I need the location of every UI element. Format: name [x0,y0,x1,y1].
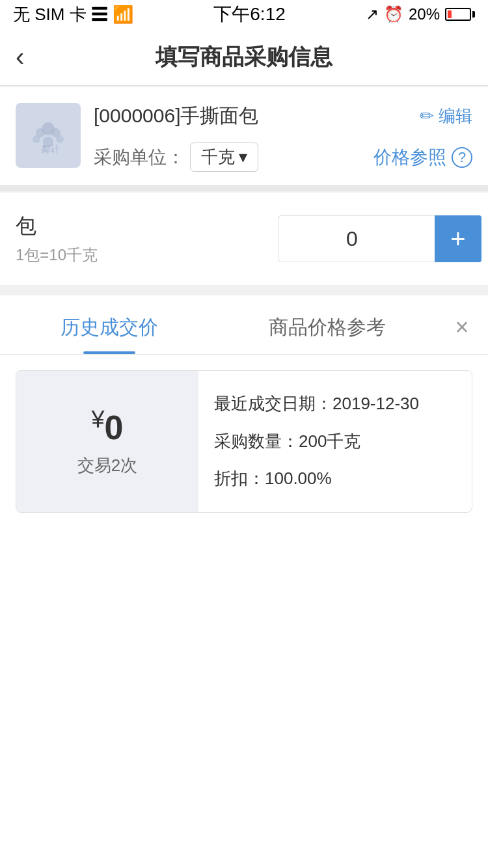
tab-history-price[interactable]: 历史成交价 [0,296,218,354]
bottom-area [0,528,488,868]
history-price-value: ¥0 [92,406,124,447]
qty-conversion-label: 1包=10千克 [16,245,98,265]
product-image: 鄰计 [16,103,81,168]
status-right-icons: ↗ ⏰ 20% [366,5,475,23]
purchase-qty-row: 采购数量：200千克 [214,428,456,455]
tabs-close-button[interactable]: × [436,295,488,354]
quantity-section: 包 1包=10千克 + [0,193,488,285]
product-info: [0000006]手撕面包 ✏ 编辑 采购单位： 千克 ▾ 价格参照 ? [94,103,472,172]
qty-label-area: 包 1包=10千克 [0,193,113,285]
price-ref-button[interactable]: 价格参照 ? [373,145,472,170]
history-trades-label: 交易2次 [77,454,137,477]
product-card: 鄰计 [0000006]手撕面包 ✏ 编辑 采购单位： 千克 ▾ 价格参照 ? [0,87,488,185]
history-card: ¥0 交易2次 最近成交日期：2019-12-30 采购数量：200千克 折扣：… [16,370,472,513]
back-button[interactable]: ‹ [16,42,24,72]
price-ref-icon: ? [452,147,472,168]
recent-date-row: 最近成交日期：2019-12-30 [214,390,456,418]
history-price-area: ¥0 交易2次 [16,371,198,512]
svg-point-3 [33,135,40,143]
divider [0,185,488,191]
qty-input-area: + [113,215,488,262]
tabs-header: 历史成交价 商品价格参考 × [0,295,488,355]
time-text: 下午6:12 [213,2,286,27]
edit-button[interactable]: ✏ 编辑 [420,105,472,128]
battery-icon [445,8,475,21]
qty-input[interactable] [278,215,435,262]
nav-bar: ‹ 填写商品采购信息 [0,29,488,86]
location-icon: ↗ [366,5,379,23]
qty-unit-label: 包 [16,212,98,241]
tabs-section: 历史成交价 商品价格参考 × ¥0 交易2次 最近成交日期：2019-12-30… [0,295,488,528]
page-title: 填写商品采购信息 [156,42,332,72]
tab-product-price-ref[interactable]: 商品价格参考 [218,296,436,354]
product-name: [0000006]手撕面包 [94,103,258,129]
discount-row: 折扣：100.00% [214,465,456,493]
qty-plus-button[interactable]: + [435,215,481,262]
tabs-content: ¥0 交易2次 最近成交日期：2019-12-30 采购数量：200千克 折扣：… [0,355,488,528]
history-details-area: 最近成交日期：2019-12-30 采购数量：200千克 折扣：100.00% [198,371,472,512]
svg-point-4 [56,135,64,143]
carrier-text: 无 SIM 卡 ☰ 📶 [13,3,133,26]
battery-percent: 20% [409,5,440,23]
alarm-icon: ⏰ [384,5,403,23]
status-bar: 无 SIM 卡 ☰ 📶 下午6:12 ↗ ⏰ 20% [0,0,488,29]
unit-select[interactable]: 千克 ▾ [190,142,258,172]
svg-text:鄰计: 鄰计 [42,144,60,154]
unit-label: 采购单位： [94,145,185,170]
